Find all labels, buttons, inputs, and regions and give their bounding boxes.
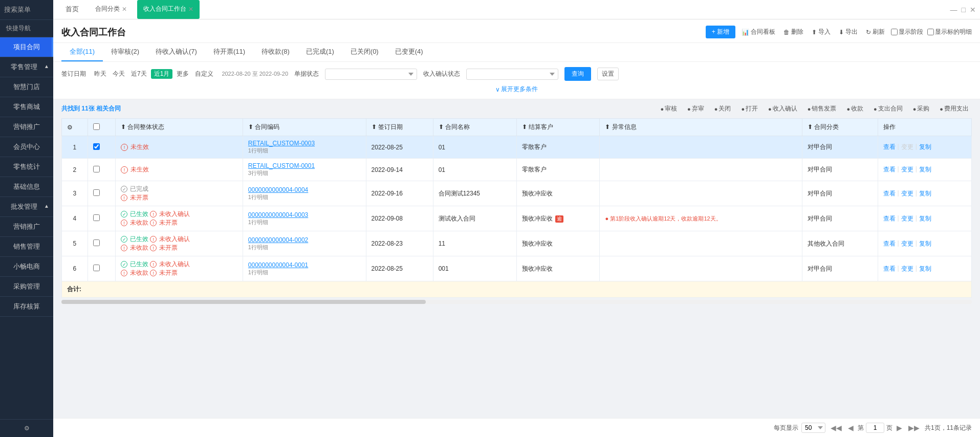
tab-contract-category-close[interactable]: ✕ [122, 6, 127, 13]
sidebar-item-smart_store[interactable]: 智慧门店 [0, 77, 53, 97]
table-action-abandon[interactable]: ●弃审 [684, 103, 707, 114]
sidebar-item-marketing[interactable]: 营销推广 [0, 117, 53, 137]
horizontal-scrollbar[interactable] [61, 300, 972, 304]
cell-code[interactable]: RETAIL_CUSTOM-00013行明细 [243, 159, 366, 181]
cell-code[interactable]: RETAIL_CUSTOM-00031行明细 [243, 136, 366, 159]
expand-conditions-btn[interactable]: ∨ 展开更多条件 [495, 85, 538, 94]
filter-tab-changed[interactable]: 已变更(4) [387, 43, 431, 61]
sidebar-item-base_info[interactable]: 基础信息 [0, 177, 53, 197]
date-shortcut-today[interactable]: 今天 [111, 69, 127, 79]
row-checkbox-2[interactable] [93, 189, 100, 196]
action-复制[interactable]: 复制 [919, 165, 931, 174]
contract-code-link[interactable]: 0000000000004-0004 [248, 186, 308, 193]
sidebar-item-retail_stats[interactable]: 零售统计 [0, 157, 53, 177]
contract-code-link[interactable]: 0000000000004-0001 [248, 261, 308, 269]
window-maximize[interactable]: □ [962, 6, 966, 14]
contract-code-link[interactable]: RETAIL_CUSTOM-0003 [248, 140, 315, 147]
action-复制[interactable]: 复制 [919, 189, 931, 198]
new-button[interactable]: + 新增 [706, 26, 735, 38]
tab-income-workbench[interactable]: 收入合同工作台 ✕ [137, 0, 200, 19]
page-number-input[interactable] [866, 423, 884, 433]
cell-code[interactable]: 0000000000004-00041行明细 [243, 181, 366, 206]
action-复制[interactable]: 复制 [919, 265, 931, 273]
action-复制[interactable]: 复制 [919, 239, 931, 248]
sidebar-search[interactable]: 搜索菜单 [0, 0, 53, 20]
last-page-btn[interactable]: ▶▶ [906, 424, 922, 432]
page-size-select[interactable]: 102050100 [801, 423, 825, 433]
sidebar-item-sales_mgmt[interactable]: 销售管理 [0, 237, 53, 257]
action-复制[interactable]: 复制 [919, 214, 931, 223]
action-变更[interactable]: 变更 [901, 214, 913, 223]
table-action-print[interactable]: ●打开 [738, 103, 761, 114]
show-marks-input[interactable] [927, 29, 934, 35]
sidebar-item-retail_mall[interactable]: 零售商城 [0, 97, 53, 117]
action-查看[interactable]: 查看 [883, 265, 896, 273]
next-page-btn[interactable]: ▶ [895, 424, 904, 432]
doc-status-select[interactable] [325, 69, 417, 80]
row-checkbox-3[interactable] [93, 214, 100, 221]
sidebar-item-project[interactable]: 项目合同 [0, 37, 53, 57]
date-shortcut-last7[interactable]: 近7天 [129, 69, 149, 79]
date-shortcut-custom[interactable]: 自定义 [193, 69, 215, 79]
row-checkbox-4[interactable] [93, 239, 100, 246]
sidebar-item-marketing2[interactable]: 营销推广 [0, 217, 53, 237]
tab-contract-category[interactable]: 合同分类 ✕ [87, 0, 135, 19]
cell-checkbox[interactable] [88, 159, 115, 181]
window-minimize[interactable]: — [950, 6, 957, 14]
table-action-sales_invoice[interactable]: ●销售发票 [804, 103, 840, 114]
table-action-expense[interactable]: ●费用支出 [937, 103, 972, 114]
contract-code-link[interactable]: 0000000000004-0003 [248, 211, 308, 218]
sidebar-item-member[interactable]: 会员中心 [0, 137, 53, 157]
filter-tab-pending_income_confirm[interactable]: 待收入确认(7) [147, 43, 205, 61]
date-shortcut-more[interactable]: 更多 [175, 69, 191, 79]
filter-tab-closed[interactable]: 已关闭(0) [342, 43, 387, 61]
action-复制[interactable]: 复制 [919, 143, 931, 151]
cell-checkbox[interactable] [88, 206, 115, 231]
date-shortcut-last1month[interactable]: 近1月 [151, 69, 173, 79]
action-变更[interactable]: 变更 [901, 265, 913, 273]
row-checkbox-5[interactable] [93, 265, 100, 271]
delete-button[interactable]: 🗑 删除 [781, 27, 805, 37]
filter-tab-pending_invoice[interactable]: 待开票(11) [205, 43, 253, 61]
sidebar-settings[interactable]: ⚙ [0, 419, 53, 437]
table-action-payment[interactable]: ●收款 [843, 103, 866, 114]
cell-checkbox[interactable] [88, 256, 115, 281]
sidebar-item-purchase[interactable]: 采购管理 [0, 277, 53, 297]
scrollbar-thumb[interactable] [61, 300, 426, 304]
window-close[interactable]: ✕ [970, 6, 976, 14]
row-checkbox-1[interactable] [93, 166, 100, 172]
show-fields-input[interactable] [891, 29, 898, 35]
refresh-button[interactable]: ↻ 刷新 [864, 27, 887, 37]
table-action-close[interactable]: ●关闭 [711, 103, 734, 114]
first-page-btn[interactable]: ◀◀ [829, 424, 844, 432]
settings-icon[interactable]: ⚙ [67, 124, 73, 131]
filter-tab-all[interactable]: 全部(11) [61, 43, 103, 61]
contract-code-link[interactable]: RETAIL_CUSTOM-0001 [248, 162, 315, 169]
sidebar-item-xiaochang[interactable]: 小畅电商 [0, 257, 53, 277]
sidebar-quick-nav[interactable]: 快捷导航 [0, 20, 53, 37]
col-header-checkbox[interactable] [88, 119, 115, 136]
contract-code-link[interactable]: 0000000000004-0002 [248, 236, 308, 244]
income-confirm-select[interactable] [466, 69, 558, 80]
action-查看[interactable]: 查看 [883, 189, 896, 198]
cell-checkbox[interactable] [88, 136, 115, 159]
row-checkbox-0[interactable] [93, 143, 100, 150]
action-查看[interactable]: 查看 [883, 165, 896, 174]
show-fields-checkbox[interactable]: 显示阶段 [891, 28, 923, 36]
sidebar-item-inventory[interactable]: 库存核算 [0, 297, 53, 317]
prev-page-btn[interactable]: ◀ [846, 424, 856, 432]
cell-checkbox[interactable] [88, 231, 115, 256]
show-marks-checkbox[interactable]: 显示标的明细 [927, 28, 972, 36]
settings-button[interactable]: 设置 [597, 68, 619, 80]
sidebar-item-retail[interactable]: 零售管理▲ [0, 57, 53, 77]
sidebar-item-wholesale[interactable]: 批发管理▲ [0, 197, 53, 217]
filter-tab-completed[interactable]: 已完成(1) [298, 43, 342, 61]
contract-panel-button[interactable]: 📊 合同看板 [739, 27, 777, 37]
cell-actions[interactable]: 查看 | 变更 | 复制 [878, 181, 971, 206]
cell-code[interactable]: 0000000000004-00011行明细 [243, 256, 366, 281]
cell-actions[interactable]: 查看 | 变更 | 复制 [878, 256, 971, 281]
cell-checkbox[interactable] [88, 181, 115, 206]
table-action-purchase_contract[interactable]: ●支出合同 [870, 103, 906, 114]
table-action-income_confirm[interactable]: ●收入确认 [765, 103, 800, 114]
filter-tab-pending_payment[interactable]: 待收款(8) [253, 43, 298, 61]
